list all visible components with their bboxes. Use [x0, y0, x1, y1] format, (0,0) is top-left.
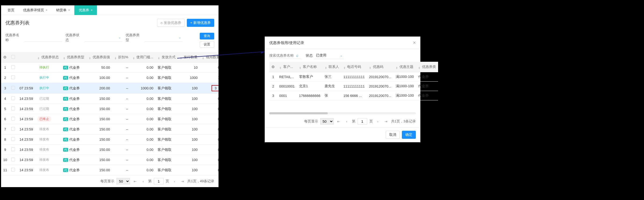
column-header[interactable]: ▲▼ 电话号码 — [341, 62, 367, 72]
add-coupon-button[interactable]: + 新增优惠券 — [187, 19, 214, 27]
column-header[interactable]: ▲▼ 领用数量 — [200, 52, 219, 63]
filter-type-select[interactable]: ⌄ — [145, 34, 183, 42]
sort-icon[interactable]: ▲▼ — [396, 67, 398, 69]
last-page-button[interactable]: ⇥ — [383, 118, 389, 124]
horizontal-scrollbar[interactable] — [269, 112, 416, 114]
table-row[interactable]: 2执行中代代金券100.00--0.00客户领取100010⎋⊞ — [1, 73, 219, 83]
checkbox[interactable] — [11, 147, 15, 151]
status-select[interactable]: 已使用 ⌄ — [314, 52, 344, 59]
table-row[interactable]: 514 23:59已过期代代金券150.00--0.00客户领取10000⎋⊞ — [1, 104, 219, 114]
row-received[interactable]: 0 — [200, 124, 219, 134]
checkbox[interactable] — [11, 158, 15, 161]
sort-icon[interactable]: ▲▼ — [158, 57, 160, 60]
sort-icon[interactable]: ▲▼ — [418, 67, 421, 69]
column-header[interactable]: ▲▼ 客户... — [277, 62, 297, 72]
tab[interactable]: 首页 — [3, 5, 19, 15]
table-row[interactable]: 614 23:59已终止代代金券150.00--0.00客户领取10000⎋⊞ — [1, 114, 219, 124]
gear-icon[interactable]: ⚙ — [271, 65, 275, 69]
page-input[interactable] — [154, 178, 163, 184]
column-header[interactable] — [9, 52, 17, 63]
tab[interactable]: 优惠券× — [74, 5, 97, 15]
column-header[interactable]: ▲▼ 优惠码 — [367, 62, 393, 72]
row-received[interactable]: 0 — [200, 155, 219, 165]
page-input[interactable] — [358, 118, 367, 125]
checkbox[interactable] — [11, 168, 15, 172]
confirm-button[interactable]: 确定 — [402, 131, 416, 139]
filter-name-input[interactable] — [25, 34, 62, 42]
next-page-button[interactable]: › — [375, 118, 381, 124]
table-row[interactable]: 414 23:59已过期代代金券150.00--0.00客户领取10000⎋⊞ — [1, 94, 219, 104]
table-row[interactable]: 1待执行代代金券50.00--0.00客户领取1000⎋⊞ — [1, 63, 219, 73]
gear-icon[interactable]: ⚙ — [3, 55, 7, 59]
prev-page-button[interactable]: ‹ — [344, 118, 350, 124]
close-icon[interactable]: × — [68, 8, 70, 12]
column-header[interactable]: ▲▼ 优惠券类 — [416, 62, 438, 72]
close-icon[interactable]: × — [91, 8, 93, 12]
filter-status-select[interactable]: ⌄ — [85, 34, 122, 42]
checkbox[interactable] — [11, 86, 15, 90]
column-header[interactable]: ▲▼ 优惠券状态 — [35, 52, 61, 63]
sort-icon[interactable]: ▲▼ — [37, 57, 40, 60]
table-row[interactable]: 3000117666666666张156 6666 ...2019120070.… — [269, 91, 438, 100]
column-header[interactable]: ⚙ — [269, 62, 277, 72]
sort-icon[interactable]: ▲▼ — [89, 57, 91, 60]
scroll-thumb[interactable] — [269, 112, 328, 114]
query-button[interactable]: 查询 — [200, 33, 214, 39]
column-header[interactable] — [17, 52, 35, 63]
table-row[interactable]: 307 23:59执行中代代金券200.00--1000.00客户领取10031… — [1, 83, 219, 94]
tab[interactable]: 销货单× — [52, 5, 74, 15]
column-header[interactable]: ⚙ — [1, 52, 9, 63]
checkbox[interactable] — [11, 117, 15, 121]
column-header[interactable]: ▲▼ 使用门槛... — [130, 52, 155, 63]
search-input[interactable] — [269, 52, 296, 59]
column-header[interactable]: ▲▼ 折扣% — [112, 52, 130, 63]
table-row[interactable]: 1014 23:59待发布代代金券150.00--0.00客户领取10000⎋⊞ — [1, 155, 219, 165]
settings-button[interactable]: 设置 — [200, 41, 214, 48]
checkbox[interactable] — [11, 127, 15, 131]
sort-icon[interactable]: ▲▼ — [279, 67, 282, 69]
sort-icon[interactable]: ▲▼ — [343, 67, 346, 69]
row-received[interactable]: 0 — [200, 104, 219, 114]
checkbox[interactable] — [11, 65, 15, 69]
first-page-button[interactable]: ⇤ — [132, 178, 138, 184]
first-page-button[interactable]: ⇤ — [336, 118, 342, 124]
sort-icon[interactable]: ▲▼ — [299, 67, 301, 69]
sort-icon[interactable]: ▲▼ — [133, 57, 135, 60]
sort-icon[interactable]: ▲▼ — [63, 57, 66, 60]
checkbox[interactable] — [11, 107, 15, 110]
close-icon[interactable]: × — [46, 8, 48, 12]
sort-icon[interactable]: ▲▼ — [114, 57, 117, 60]
checkbox[interactable] — [11, 75, 15, 79]
row-received[interactable]: 0 — [200, 63, 219, 73]
table-row[interactable]: 200010001北京1唐先生111111111112019120070...满… — [269, 82, 438, 91]
column-header[interactable]: ▲▼ 联系人 — [322, 62, 341, 72]
checkbox[interactable] — [11, 55, 15, 59]
per-page-select[interactable]: 50 — [117, 178, 130, 184]
row-received[interactable]: 0 — [200, 114, 219, 124]
next-page-button[interactable]: › — [171, 178, 177, 184]
table-row[interactable]: 714 23:59待发布代代金券150.00--0.00客户领取10000⎋⊞ — [1, 124, 219, 134]
column-header[interactable]: ▲▼ 客户名称 — [297, 62, 323, 72]
close-icon[interactable]: × — [413, 40, 416, 46]
table-row[interactable]: 914 23:59待发布代代金券150.00--0.00客户领取10000⎋⊞ — [1, 145, 219, 155]
sort-icon[interactable]: ▲▼ — [325, 67, 327, 69]
table-row[interactable]: 814 23:59待发布代代金券150.00--0.00客户领取10000⎋⊞ — [1, 134, 219, 145]
table-row[interactable]: 1RETAIL...零散客户张三111111111112019120070...… — [269, 72, 438, 82]
per-page-select[interactable]: 50 — [320, 118, 334, 125]
checkbox[interactable] — [11, 96, 15, 100]
column-header[interactable]: ▲▼ 发行数量 — [178, 52, 200, 63]
sort-icon[interactable]: ▲▼ — [369, 67, 371, 69]
row-received[interactable]: 1 — [200, 73, 219, 83]
row-received[interactable]: 0 — [200, 134, 219, 145]
column-header[interactable]: ▲▼ 优惠券面值 — [86, 52, 112, 63]
prev-page-button[interactable]: ‹ — [140, 178, 146, 184]
sort-icon[interactable]: ▲▼ — [180, 57, 182, 60]
tab[interactable]: 优惠券详情页× — [19, 5, 52, 15]
checkbox[interactable] — [11, 137, 15, 141]
search-icon[interactable]: ⌕ — [296, 53, 298, 57]
send-coupon-button[interactable]: ⎋ 发放优惠券 — [157, 19, 185, 27]
row-received[interactable]: 3 — [200, 83, 219, 94]
cancel-button[interactable]: 取消 — [386, 131, 400, 139]
last-page-button[interactable]: ⇥ — [179, 178, 185, 184]
column-header[interactable]: ▲▼ 发放方式 — [155, 52, 178, 63]
